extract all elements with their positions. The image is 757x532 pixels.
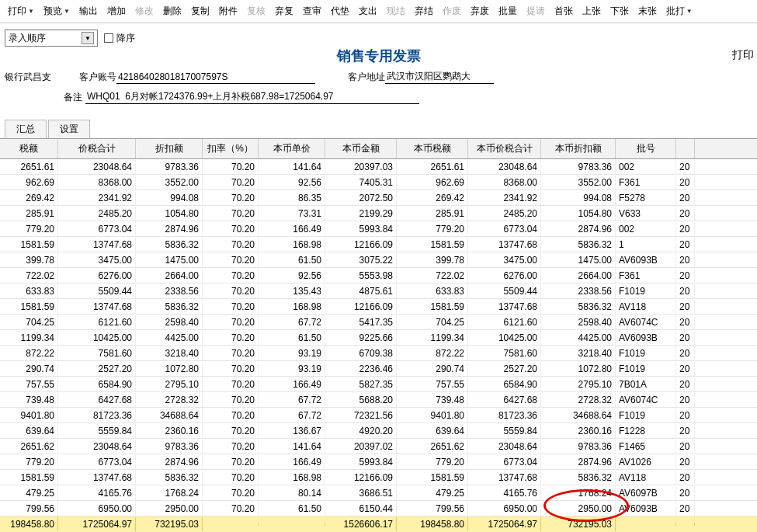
toolbar-弃废[interactable]: 弃废 <box>467 3 492 19</box>
cell: 70.20 <box>203 284 259 298</box>
cell: 13747.68 <box>58 300 136 314</box>
cell: 4920.20 <box>325 424 397 438</box>
column-header[interactable]: 本币金额 <box>325 139 397 158</box>
cell: 5836.32 <box>541 300 616 314</box>
table-row[interactable]: 285.912485.201054.8070.2073.312199.29285… <box>0 206 757 221</box>
column-header[interactable]: 本币价税合计 <box>468 139 541 158</box>
toolbar-复制[interactable]: 复制 <box>188 3 213 19</box>
cell: 2728.32 <box>541 393 616 407</box>
toolbar-弃结[interactable]: 弃结 <box>411 3 436 19</box>
toolbar-批量[interactable]: 批量 <box>495 3 520 19</box>
cell: 633.83 <box>397 284 468 298</box>
cell: 6709.38 <box>325 346 397 360</box>
table-row[interactable]: 639.645559.842360.1670.20136.674920.2063… <box>0 423 757 439</box>
table-row[interactable]: 872.227581.603218.4070.2093.196709.38872… <box>0 346 757 361</box>
column-header[interactable]: 扣率（%） <box>203 139 259 158</box>
cell: 2651.61 <box>0 160 58 174</box>
toolbar-预览[interactable]: 预览▼ <box>40 3 73 19</box>
toolbar-label: 批打 <box>666 5 685 18</box>
cell: 2651.62 <box>0 440 58 454</box>
customer-account-input[interactable] <box>116 71 315 84</box>
cell: 70.20 <box>203 346 259 360</box>
cell: 70.20 <box>203 471 259 485</box>
table-row[interactable]: 722.026276.002664.0070.2092.565553.98722… <box>0 268 757 283</box>
total-cell: 198458.80 <box>0 517 58 531</box>
total-cell: 732195.03 <box>541 517 616 531</box>
column-header[interactable]: 税额 <box>0 139 58 158</box>
table-row[interactable]: 269.422341.92994.0870.2086.352072.50269.… <box>0 190 757 206</box>
column-header[interactable]: 本币单价 <box>259 139 325 158</box>
table-row[interactable]: 704.256121.602598.4070.2067.725417.35704… <box>0 315 757 330</box>
toolbar-代垫[interactable]: 代垫 <box>328 3 352 19</box>
cell: 4875.61 <box>325 284 397 298</box>
table-row[interactable]: 739.486427.682728.3270.2067.725688.20739… <box>0 392 757 408</box>
table-row[interactable]: 2651.6223048.649783.3670.20141.6420397.0… <box>0 439 757 454</box>
remark-input[interactable] <box>85 91 419 104</box>
cell: 20 <box>676 253 695 267</box>
cell: 70.20 <box>203 207 259 221</box>
toolbar-label: 增加 <box>107 5 126 18</box>
cell: 10425.00 <box>58 331 136 345</box>
table-row[interactable]: 962.698368.003552.0070.2092.567405.31962… <box>0 175 757 190</box>
table-row[interactable]: 2651.6123048.649783.3670.20141.6420397.0… <box>0 159 757 175</box>
desc-checkbox[interactable] <box>104 33 113 43</box>
table-row[interactable]: 757.556584.902795.1070.20166.495827.3575… <box>0 377 757 392</box>
toolbar-支出[interactable]: 支出 <box>356 3 380 19</box>
toolbar-末张[interactable]: 末张 <box>635 3 660 19</box>
table-row[interactable]: 779.206773.042874.9670.20166.495993.8477… <box>0 221 757 237</box>
cell: AV1026 <box>616 455 676 469</box>
table-row[interactable]: 799.566950.002950.0070.2061.506150.44799… <box>0 501 757 516</box>
column-header[interactable]: 本币税额 <box>397 139 468 158</box>
table-row[interactable]: 1199.3410425.004425.0070.2061.509225.661… <box>0 330 757 346</box>
table-row[interactable]: 1581.5913747.685836.3270.20168.9812166.0… <box>0 299 757 315</box>
toolbar-附件[interactable]: 附件 <box>216 3 241 19</box>
toolbar-打印[interactable]: 打印▼ <box>5 3 37 19</box>
customer-address-input[interactable] <box>385 71 494 84</box>
cell: 70.20 <box>203 222 259 236</box>
cell: 6584.90 <box>468 377 541 391</box>
table-row[interactable]: 290.742527.201072.8070.2093.192236.46290… <box>0 361 757 377</box>
toolbar-批打[interactable]: 批打▼ <box>663 3 696 19</box>
cell: 5993.84 <box>325 222 397 236</box>
cell: 872.22 <box>0 346 58 360</box>
table-row[interactable]: 479.254165.761768.2470.2080.143686.51479… <box>0 485 757 501</box>
column-header[interactable]: 折扣额 <box>136 139 203 158</box>
cell: 5836.32 <box>136 238 203 252</box>
tab-summary[interactable]: 汇总 <box>5 120 47 138</box>
column-header[interactable] <box>676 139 695 158</box>
toolbar-弃复[interactable]: 弃复 <box>272 3 297 19</box>
order-select-value: 录入顺序 <box>9 32 46 45</box>
toolbar-输出[interactable]: 输出 <box>76 3 101 19</box>
table-row[interactable]: 633.835509.442338.5670.20135.434875.6163… <box>0 283 757 299</box>
table-row[interactable]: 9401.8081723.3634688.6470.2067.7272321.5… <box>0 408 757 423</box>
tab-settings[interactable]: 设置 <box>48 120 90 138</box>
toolbar-上张[interactable]: 上张 <box>579 3 604 19</box>
cell: 2199.29 <box>325 207 397 221</box>
toolbar-查审[interactable]: 查审 <box>300 3 325 19</box>
grid-total-row: 198458.801725064.97732195.031526606.1719… <box>0 516 757 532</box>
column-header[interactable]: 本币折扣额 <box>541 139 616 158</box>
table-row[interactable]: 779.206773.042874.9670.20166.495993.8477… <box>0 454 757 470</box>
dropdown-arrow-icon: ▼ <box>82 32 94 44</box>
table-row[interactable]: 1581.5913747.685836.3270.20168.9812166.0… <box>0 470 757 485</box>
toolbar-label: 修改 <box>135 5 154 18</box>
toolbar-删除[interactable]: 删除 <box>160 3 185 19</box>
toolbar-首张[interactable]: 首张 <box>551 3 576 19</box>
cell: 8368.00 <box>468 176 541 190</box>
table-row[interactable]: 1581.5913747.685836.3270.20168.9812166.0… <box>0 237 757 252</box>
column-header[interactable]: 价税合计 <box>58 139 136 158</box>
toolbar-增加[interactable]: 增加 <box>104 3 129 19</box>
table-row[interactable]: 399.783475.001475.0070.2061.503075.22399… <box>0 252 757 268</box>
cell: AV118 <box>616 300 676 314</box>
cell: 20397.03 <box>325 160 397 174</box>
cell: 20 <box>676 160 695 174</box>
toolbar-下张[interactable]: 下张 <box>607 3 632 19</box>
cell: F1019 <box>616 409 676 422</box>
cell: 704.25 <box>397 315 468 329</box>
cell: 7405.31 <box>325 176 397 190</box>
cell: 2485.20 <box>58 207 136 221</box>
order-select[interactable]: 录入顺序 ▼ <box>5 30 98 47</box>
cell: 20 <box>676 502 695 516</box>
desc-checkbox-label[interactable]: 降序 <box>104 32 135 45</box>
column-header[interactable]: 批号 <box>616 139 676 158</box>
